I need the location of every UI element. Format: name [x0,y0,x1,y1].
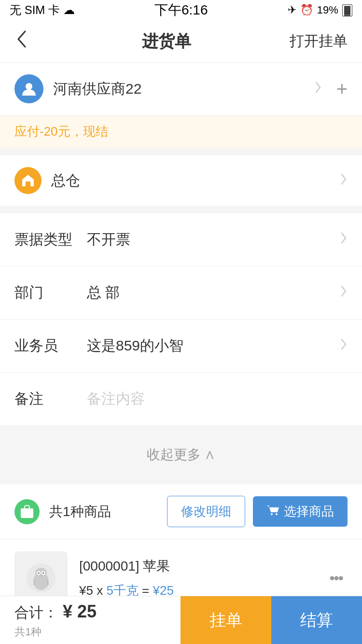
supplier-chevron-icon [314,81,322,98]
nav-bar: 进货单 打开挂单 [0,20,362,63]
supplier-name: 河南供应商22 [53,79,314,99]
collapse-more-button[interactable]: 收起更多 ∧ [0,433,362,476]
open-hang-button[interactable]: 打开挂单 [290,31,348,51]
select-product-button[interactable]: 选择商品 [253,496,348,527]
product-more-button[interactable]: ••• [324,564,348,592]
warehouse-name: 总仓 [51,171,340,191]
notice-bar: 应付-20元，现结 [0,115,362,148]
dept-row[interactable]: 部门 总 部 [0,266,362,320]
price-equals: = [139,583,153,598]
svg-point-12 [38,572,40,574]
total-main: 合计： ¥ 25 [14,602,166,623]
products-header: 共1种商品 修改明细 选择商品 [0,484,362,539]
price-base: ¥5 x [79,583,106,598]
supplier-section: 河南供应商22 + [0,63,362,115]
total-sub: 共1种 [14,625,166,639]
sim-label: 无 SIM 卡 ☁ [10,2,75,18]
hang-button[interactable]: 挂单 [181,596,271,644]
form-section: 票据类型 不开票 部门 总 部 业务员 这是859的小智 备注 备注内容 [0,213,362,425]
svg-point-13 [42,572,44,574]
product-title: 苹果 [143,559,170,574]
invoice-chevron-icon [340,231,348,248]
svg-point-3 [271,513,273,515]
sales-row[interactable]: 业务员 这是859的小智 [0,320,362,373]
price-total: ¥25 [153,583,173,598]
battery-label: 19% [317,4,338,16]
warehouse-row[interactable]: 总仓 [0,155,362,206]
location-icon: ✈ [288,4,296,16]
sales-label: 业务员 [14,336,77,356]
invoice-value: 不开票 [77,230,340,250]
svg-rect-2 [21,508,33,518]
back-button[interactable] [14,28,43,54]
products-icon [14,499,40,524]
dept-chevron-icon [340,284,348,301]
svg-point-4 [276,513,278,515]
page-title: 进货单 [142,30,191,53]
product-name: [0000001] 苹果 [79,557,324,575]
total-label: 合计： [14,603,58,623]
status-time: 下午6:16 [154,1,208,19]
bottom-total: 合计： ¥ 25 共1种 [0,602,181,639]
supplier-avatar [14,74,43,103]
invoice-label: 票据类型 [14,230,77,250]
supplier-row[interactable]: 河南供应商22 + [0,63,362,115]
remark-input[interactable]: 备注内容 [77,389,348,409]
bottom-bar: 合计： ¥ 25 共1种 挂单 结算 [0,596,362,644]
modify-detail-button[interactable]: 修改明细 [167,496,245,527]
product-info: [0000001] 苹果 ¥5 x 5千克 = ¥25 [79,557,324,599]
sales-chevron-icon [340,337,348,354]
invoice-row[interactable]: 票据类型 不开票 [0,213,362,266]
status-bar: 无 SIM 卡 ☁ 下午6:16 ✈ ⏰ 19% ▓ [0,0,362,20]
checkout-button[interactable]: 结算 [271,596,362,644]
price-qty: 5千克 [106,583,138,598]
battery-icon: ▓ [342,4,352,16]
svg-rect-1 [26,182,30,186]
warehouse-chevron-icon [340,172,348,189]
select-product-label: 选择商品 [284,503,334,520]
dept-value: 总 部 [77,283,340,303]
sales-value: 这是859的小智 [77,336,340,356]
dept-label: 部门 [14,283,77,303]
svg-point-0 [26,83,32,90]
remark-row[interactable]: 备注 备注内容 [0,373,362,425]
status-right: ✈ ⏰ 19% ▓ [288,4,352,16]
status-left: 无 SIM 卡 ☁ [10,2,75,18]
alarm-icon: ⏰ [300,4,313,16]
product-code: [0000001] [79,559,139,574]
products-count: 共1种商品 [49,503,167,521]
add-supplier-button[interactable]: + [336,78,348,100]
remark-label: 备注 [14,389,77,409]
warehouse-icon [14,167,42,194]
cart-icon [266,504,280,519]
main-content: 河南供应商22 + 应付-20元，现结 总仓 票据类型 不开票 [0,63,362,644]
total-amount: ¥ 25 [63,602,97,622]
